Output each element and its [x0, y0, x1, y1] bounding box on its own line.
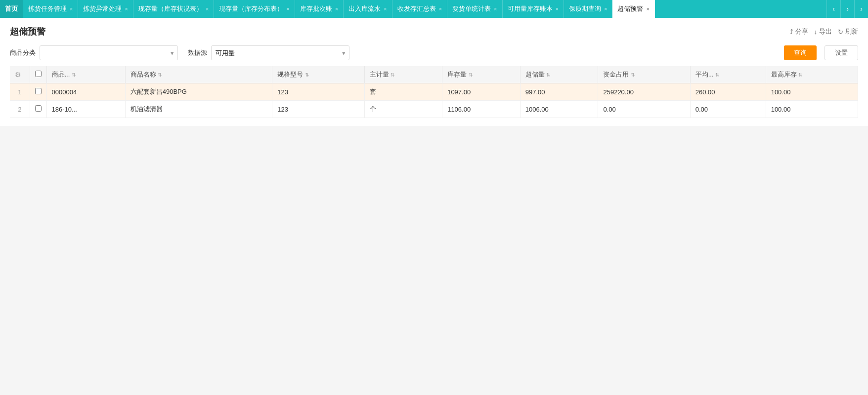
export-label: 导出	[819, 27, 832, 36]
col-label-avg: 平均...	[695, 71, 714, 78]
nav-close-6[interactable]: ×	[439, 6, 442, 12]
nav-item-9[interactable]: 保质期查询 ×	[564, 0, 612, 18]
nav-item-label-10: 超储预警	[617, 4, 643, 13]
nav-close-5[interactable]: ×	[384, 6, 387, 12]
cell-overflow-1: 1006.00	[520, 101, 598, 118]
col-header-checkbox[interactable]	[30, 66, 46, 83]
refresh-button[interactable]: ↻ 刷新	[838, 27, 858, 36]
nav-item-3[interactable]: 现存量（库存分布表） ×	[214, 0, 295, 18]
nav-close-1[interactable]: ×	[125, 6, 128, 12]
cell-product-name-0: 六配套新昌490BPG	[125, 83, 272, 101]
cell-row-num-0: 1	[10, 83, 30, 101]
sort-icon-spec: ⇅	[305, 72, 309, 78]
row-checkbox-0[interactable]	[35, 88, 42, 94]
nav-close-2[interactable]: ×	[206, 6, 209, 12]
datasource-select[interactable]: 可用量	[211, 45, 349, 60]
share-button[interactable]: ⤴ 分享	[790, 27, 808, 36]
nav-item-label-7: 要货单统计表	[452, 4, 491, 13]
nav-item-8[interactable]: 可用量库存账本 ×	[503, 0, 564, 18]
nav-close-8[interactable]: ×	[556, 6, 559, 12]
nav-item-label-8: 可用量库存账本	[508, 4, 553, 13]
cell-unit-1: 个	[364, 101, 442, 118]
select-all-checkbox[interactable]	[35, 71, 42, 77]
nav-item-6[interactable]: 收发存汇总表 ×	[392, 0, 447, 18]
cell-max-stock-1: 100.00	[766, 101, 858, 118]
col-header-overflow[interactable]: 超储量 ⇅	[520, 66, 598, 83]
page-title: 超储预警	[10, 26, 45, 38]
nav-item-label-4: 库存批次账	[300, 4, 332, 13]
cell-capital-0: 259220.00	[598, 83, 690, 101]
nav-item-label-0: 拣货任务管理	[28, 4, 67, 13]
col-label-product-name: 商品名称	[130, 71, 156, 78]
sort-icon-capital: ⇅	[631, 72, 635, 78]
datasource-label: 数据源	[188, 48, 207, 57]
cell-checkbox-0[interactable]	[30, 83, 46, 101]
nav-close-9[interactable]: ×	[604, 6, 607, 12]
sort-icon-product-name: ⇅	[158, 72, 162, 78]
cell-stock-0: 1097.00	[442, 83, 521, 101]
col-label-spec: 规格型号	[277, 71, 303, 78]
nav-item-label-2: 现存量（库存状况表）	[138, 4, 203, 13]
cell-unit-0: 套	[364, 83, 442, 101]
nav-home[interactable]: 首页	[0, 0, 23, 18]
col-header-product-name[interactable]: 商品名称 ⇅	[125, 66, 272, 83]
col-header-stock[interactable]: 库存量 ⇅	[442, 66, 521, 83]
col-header-max-stock[interactable]: 最高库存 ⇅	[766, 66, 858, 83]
query-button[interactable]: 查询	[784, 45, 817, 60]
nav-item-1[interactable]: 拣货异常处理 ×	[78, 0, 133, 18]
col-header-spec[interactable]: 规格型号 ⇅	[272, 66, 364, 83]
cell-overflow-0: 997.00	[520, 83, 598, 101]
col-label-max-stock: 最高库存	[771, 71, 797, 78]
nav-item-label-1: 拣货异常处理	[83, 4, 122, 13]
sort-icon-overflow: ⇅	[546, 72, 550, 78]
nav-item-7[interactable]: 要货单统计表 ×	[447, 0, 502, 18]
col-header-gear[interactable]: ⚙	[10, 66, 30, 83]
nav-item-2[interactable]: 现存量（库存状况表） ×	[133, 0, 214, 18]
nav-arrow-expand[interactable]: ›	[854, 0, 868, 18]
col-header-avg[interactable]: 平均... ⇅	[690, 66, 766, 83]
nav-close-7[interactable]: ×	[494, 6, 497, 12]
nav-close-10[interactable]: ×	[646, 6, 649, 12]
cell-stock-1: 1106.00	[442, 101, 521, 118]
nav-item-4[interactable]: 库存批次账 ×	[295, 0, 344, 18]
col-header-product-code[interactable]: 商品... ⇅	[46, 66, 125, 83]
nav-close-3[interactable]: ×	[286, 6, 289, 12]
nav-item-0[interactable]: 拣货任务管理 ×	[23, 0, 78, 18]
row-checkbox-1[interactable]	[35, 105, 42, 112]
nav-arrows: ‹ › ›	[826, 0, 868, 18]
gear-icon[interactable]: ⚙	[15, 71, 21, 79]
page-header: 超储预警 ⤴ 分享 ↓ 导出 ↻ 刷新	[10, 26, 858, 38]
nav-item-10[interactable]: 超储预警 ×	[612, 0, 654, 18]
refresh-label: 刷新	[845, 27, 858, 36]
cell-max-stock-0: 100.00	[766, 83, 858, 101]
data-table: ⚙ 商品... ⇅ 商品名称 ⇅ 规格型号 ⇅ 主计量	[10, 66, 858, 118]
category-label: 商品分类	[10, 48, 36, 57]
col-header-capital[interactable]: 资金占用 ⇅	[598, 66, 690, 83]
col-label-capital: 资金占用	[603, 71, 629, 78]
cell-product-code-0: 0000004	[46, 83, 125, 101]
nav-close-0[interactable]: ×	[70, 6, 73, 12]
nav-arrow-right[interactable]: ›	[840, 0, 854, 18]
top-nav: 首页 拣货任务管理 × 拣货异常处理 × 现存量（库存状况表） × 现存量（库存…	[0, 0, 868, 18]
cell-checkbox-1[interactable]	[30, 101, 46, 118]
export-button[interactable]: ↓ 导出	[814, 27, 832, 36]
col-header-unit[interactable]: 主计量 ⇅	[364, 66, 442, 83]
table-row: 1 0000004 六配套新昌490BPG 123 套 1097.00 997.…	[10, 83, 858, 101]
nav-arrow-left[interactable]: ‹	[826, 0, 840, 18]
cell-product-code-1: 186-10...	[46, 101, 125, 118]
nav-item-label-6: 收发存汇总表	[397, 4, 436, 13]
nav-item-5[interactable]: 出入库流水 ×	[344, 0, 392, 18]
nav-close-4[interactable]: ×	[335, 6, 338, 12]
sort-icon-stock: ⇅	[469, 72, 473, 78]
filter-row: 商品分类 ▾ 数据源 可用量 ▾ 查询 设置	[10, 45, 858, 60]
nav-item-label-9: 保质期查询	[569, 4, 601, 13]
cell-product-name-1: 机油滤清器	[125, 101, 272, 118]
col-label-overflow: 超储量	[525, 71, 545, 78]
cell-avg-1: 0.00	[690, 101, 766, 118]
filter-category: 商品分类 ▾	[10, 45, 178, 60]
filter-datasource: 数据源 可用量 ▾	[188, 45, 349, 60]
category-select[interactable]	[40, 45, 178, 60]
share-icon: ⤴	[790, 28, 793, 36]
nav-item-label-5: 出入库流水	[348, 4, 381, 13]
settings-button[interactable]: 设置	[825, 45, 858, 60]
